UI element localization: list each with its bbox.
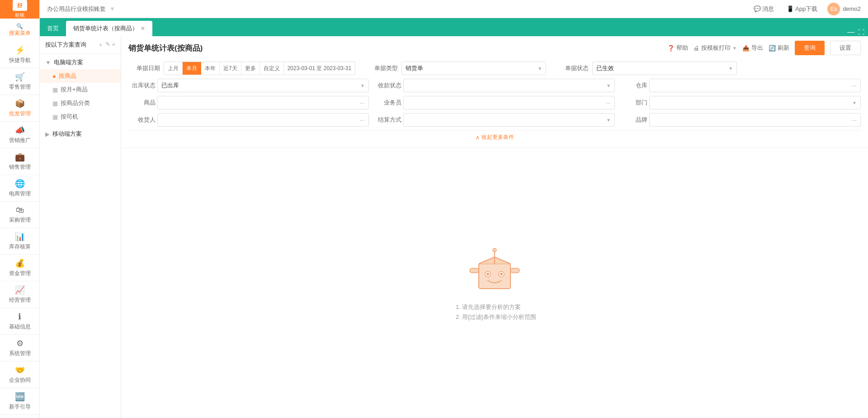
- date-btn-more[interactable]: 更多: [241, 62, 260, 75]
- sidebar-search-label: 搜索菜单: [2, 29, 38, 37]
- sidebar-basic-info-label: 基础信息: [9, 323, 31, 331]
- department-select[interactable]: ▼: [649, 96, 861, 109]
- user-label: demo2: [843, 5, 861, 12]
- tree-expand-arrow: ▼: [45, 59, 51, 66]
- svg-rect-10: [510, 268, 519, 273]
- svg-rect-9: [470, 268, 479, 273]
- sidebar-item-purchase[interactable]: 🛍 采购管理: [0, 202, 39, 228]
- filter-row-1: 单据日期 上月 本月 本年 近7天: [128, 62, 861, 75]
- sidebar-item-quick-nav[interactable]: ⚡ 快捷导航: [0, 42, 39, 68]
- svg-rect-0: [479, 264, 510, 289]
- brand-input[interactable]: ···: [649, 113, 861, 127]
- filter-panel-title: 按以下方案查询: [45, 41, 86, 49]
- print-icon: 🖨: [693, 45, 699, 52]
- date-btn-this-year[interactable]: 本年: [201, 62, 220, 75]
- sidebar-item-retail[interactable]: 🛒 零售管理: [0, 68, 39, 95]
- doc-type-label: 单据类型: [366, 64, 398, 72]
- product-input[interactable]: ···: [157, 96, 369, 109]
- filter-row-4: 收货人 ··· 结算方式 ▼ 品牌: [128, 113, 861, 127]
- tab-maximize-btn[interactable]: ⛶: [858, 28, 864, 36]
- department-arrow: ▼: [852, 100, 857, 105]
- collapse-icon[interactable]: «: [112, 41, 115, 49]
- warehouse-field: 仓库 ···: [620, 79, 861, 92]
- recipient-input[interactable]: ···: [157, 113, 369, 127]
- breadcrumb-arrow: ▼: [109, 5, 115, 12]
- date-btn-this-month[interactable]: 本月: [183, 62, 201, 75]
- date-btn-last7[interactable]: 近7天: [220, 62, 241, 75]
- tab-window-controls: — ⛶: [847, 28, 868, 36]
- sidebar-operations-label: 经营管理: [9, 296, 31, 304]
- cashier-icon: ▦: [52, 114, 58, 120]
- product-icon: ●: [52, 73, 56, 80]
- salesperson-field: 业务员 ···: [374, 96, 615, 109]
- product-label: 商品: [128, 99, 156, 107]
- doc-type-arrow: ▼: [538, 66, 542, 71]
- print-arrow-icon: ▼: [732, 46, 737, 51]
- month-product-icon: ▦: [52, 86, 58, 93]
- tree-item-by-cashier-label: 按司机: [61, 113, 78, 121]
- sidebar-item-wholesale[interactable]: 📦 批发管理: [0, 95, 39, 122]
- salesperson-dots: ···: [605, 99, 611, 106]
- date-more-label: 更多: [245, 65, 256, 72]
- add-scheme-icon[interactable]: ＋: [98, 41, 104, 49]
- header-left: 办公用品行业模拟账套 ▼: [47, 5, 115, 13]
- empty-tip-1: 请先选择要分析的方案: [462, 303, 536, 311]
- print-btn[interactable]: 🖨 按模板打印 ▼: [693, 44, 737, 52]
- query-button[interactable]: 查询: [795, 41, 825, 55]
- tree-root-desktop[interactable]: ▼ 电脑端方案: [40, 56, 121, 69]
- sidebar-item-operations[interactable]: 📈 经营管理: [0, 281, 39, 308]
- salesperson-input[interactable]: ···: [403, 96, 615, 109]
- tab-minimize-btn[interactable]: —: [847, 28, 854, 36]
- sidebar-item-marketing[interactable]: 📣 营销推广: [0, 122, 39, 148]
- empty-tip-2: 用[过滤]条件来缩小分析范围: [462, 313, 536, 321]
- date-btn-custom[interactable]: 自定义: [260, 62, 284, 75]
- tree-item-by-product[interactable]: ● 按商品: [40, 69, 121, 83]
- sidebar-item-sales[interactable]: 💼 销售管理: [0, 148, 39, 175]
- page-title: 销货单统计表(按商品): [128, 43, 203, 53]
- collapse-filter-btn[interactable]: ∧ 收起更多条件: [128, 130, 861, 144]
- sidebar-item-ecommerce[interactable]: 🌐 电商管理: [0, 175, 39, 202]
- doc-type-select[interactable]: 销货单 ▼: [401, 62, 546, 75]
- settings-button[interactable]: 设置: [830, 41, 861, 55]
- breadcrumb: 办公用品行业模拟账套: [47, 5, 106, 13]
- receipt-status-select[interactable]: ▼: [403, 79, 615, 92]
- sidebar-item-system[interactable]: ⚙ 系统管理: [0, 335, 39, 361]
- print-label: 按模板打印: [701, 44, 731, 52]
- payment-method-select[interactable]: ▼: [403, 113, 615, 127]
- user-area[interactable]: Ea demo2: [827, 3, 861, 15]
- tree-item-by-cashier[interactable]: ▦ 按司机: [40, 110, 121, 124]
- empty-illustration: [467, 243, 522, 298]
- tab-sales-stats[interactable]: 销货单统计表（按商品） ✕: [66, 21, 152, 36]
- sidebar-item-onboarding[interactable]: 🆕 新手引导: [0, 388, 39, 415]
- refresh-btn[interactable]: 🔄 刷新: [769, 44, 789, 52]
- out-status-select[interactable]: 已出库 ▼: [157, 79, 369, 92]
- brand-dots: ···: [851, 116, 857, 124]
- message-btn[interactable]: 💬 消息: [751, 3, 777, 15]
- sidebar-item-app-center[interactable]: 📱 应用中心: [0, 415, 39, 418]
- sidebar-enterprise-label: 企业协同: [9, 376, 31, 384]
- tab-close-btn[interactable]: ✕: [141, 25, 145, 32]
- doc-status-arrow: ▼: [728, 66, 733, 71]
- out-status-arrow: ▼: [360, 83, 365, 88]
- sidebar-item-search[interactable]: 🔍 搜索菜单: [0, 19, 39, 42]
- logo-icon: 好: [13, 0, 27, 11]
- export-btn[interactable]: 📤 导出: [742, 44, 763, 52]
- tree-item-by-product-label: 按商品: [59, 72, 76, 80]
- header-right: 💬 消息 📱 App下载 Ea demo2: [751, 3, 861, 15]
- tree-root-mobile[interactable]: ▶ 移动端方案: [40, 127, 121, 141]
- tree-item-by-category[interactable]: ▦ 按商品分类: [40, 96, 121, 110]
- tree-item-by-month-product[interactable]: ▦ 按月+商品: [40, 83, 121, 96]
- sidebar-item-basic-info[interactable]: ℹ 基础信息: [0, 308, 39, 335]
- sidebar-item-inventory[interactable]: 📊 库存核算: [0, 228, 39, 255]
- sidebar-sales-label: 销售管理: [9, 163, 31, 171]
- help-icon: ❓: [667, 45, 675, 52]
- sidebar-item-finance[interactable]: 💰 资金管理: [0, 255, 39, 281]
- edit-scheme-icon[interactable]: ✎: [105, 41, 110, 49]
- help-btn[interactable]: ❓ 帮助: [667, 44, 688, 52]
- doc-status-select[interactable]: 已生效 ▼: [592, 62, 737, 75]
- app-download-btn[interactable]: 📱 App下载: [784, 3, 820, 15]
- tab-home[interactable]: 首页: [40, 21, 66, 36]
- sidebar-item-enterprise[interactable]: 🤝 企业协同: [0, 361, 39, 388]
- warehouse-input[interactable]: ···: [649, 79, 861, 92]
- date-btn-last-month[interactable]: 上月: [164, 62, 183, 75]
